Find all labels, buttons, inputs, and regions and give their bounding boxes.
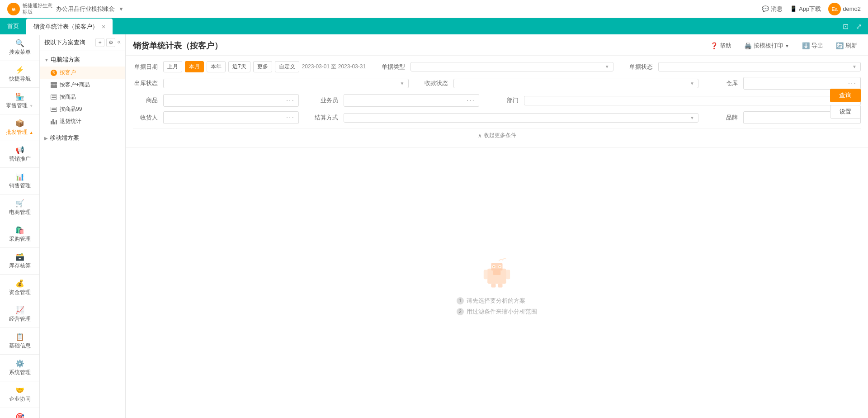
sidebar-item-quick-nav[interactable]: ⚡ 快捷导航 (0, 61, 39, 88)
svg-rect-9 (484, 270, 487, 279)
warehouse-input[interactable]: ··· (743, 77, 861, 90)
scheme-item-by-customer[interactable]: 客 按客户 (40, 66, 125, 79)
date-last7-btn[interactable]: 近7天 (228, 61, 250, 72)
scheme-group-mobile-header[interactable]: ▶ 移动端方案 (40, 131, 125, 145)
settings-button[interactable]: 设置 (830, 105, 861, 119)
system-dropdown[interactable]: ▼ (118, 6, 124, 12)
by-goods-icon (51, 95, 57, 100)
date-custom-btn[interactable]: 自定义 (275, 61, 299, 72)
svg-point-7 (499, 266, 500, 267)
sidebar-item-marketing[interactable]: 📢 营销推广 (0, 141, 39, 168)
out-status-arrow-icon: ▼ (400, 81, 405, 86)
sidebar-item-inventory[interactable]: 🗃️ 库存核算 (0, 248, 39, 275)
date-this-month-btn[interactable]: 本月 (185, 61, 204, 72)
empty-tip-2: 2 用过滤条件来缩小分析范围 (457, 308, 537, 316)
refresh-label: 刷新 (845, 42, 857, 50)
payment-status-select[interactable]: ▼ (453, 79, 699, 88)
svg-rect-11 (491, 284, 496, 287)
return-stats-label: 退货统计 (60, 118, 81, 125)
page-actions: ❓ 帮助 🖨️ 按模板打印 ▼ ⬇️ 导出 🔄 刷新 (707, 40, 861, 52)
collapse-label: 收起更多条件 (484, 132, 516, 139)
date-more-btn[interactable]: 更多 (253, 61, 272, 72)
doc-type-select[interactable]: ▼ (410, 62, 613, 71)
scheme-item-return-stats[interactable]: 退货统计 (40, 115, 125, 128)
doc-status-label: 单据状态 (628, 63, 653, 71)
sales-icon: 📊 (3, 172, 37, 181)
tab-home-label: 首页 (7, 22, 19, 30)
tab-sales-stats[interactable]: 销货单统计表（按客户） × (26, 19, 113, 35)
app-download-icon: 📱 (790, 5, 797, 12)
sidebar-item-retail[interactable]: 🏪 零售管理 ▼ (0, 88, 39, 114)
main-layout: 🔍 搜索菜单 ⚡ 快捷导航 🏪 零售管理 ▼ 📦 批发管理 ▲ 📢 营销推广 📊… (0, 34, 868, 418)
help-icon: ❓ (710, 42, 718, 49)
goods-input[interactable]: ··· (163, 94, 299, 107)
sidebar-item-business[interactable]: 📈 经营管理 (0, 301, 39, 328)
brand-label: 品牌 (713, 114, 738, 122)
button-group: 查询 设置 (830, 89, 861, 119)
system-title: 办公用品行业模拟账套 (56, 5, 115, 13)
finance-icon: 💰 (3, 279, 37, 288)
by-goods99-icon (51, 107, 57, 112)
sidebar-item-finance[interactable]: 💰 资金管理 (0, 275, 39, 301)
sidebar-item-guide[interactable]: 🎯 新手引导 (0, 408, 39, 418)
sidebar-item-ecommerce[interactable]: 🛒 电商管理 (0, 195, 39, 221)
sidebar-item-basic-info[interactable]: 📋 基础信息 (0, 328, 39, 355)
pc-group-label: 电脑端方案 (51, 56, 80, 64)
salesman-input[interactable]: ··· (344, 94, 479, 107)
sidebar-item-wholesale[interactable]: 📦 批发管理 ▲ (0, 114, 39, 141)
export-label: 导出 (811, 42, 823, 50)
sidebar-search-label: 搜索菜单 (9, 49, 31, 55)
app-download-action[interactable]: 📱 App下载 (790, 5, 821, 13)
sidebar-item-search[interactable]: 🔍 搜索菜单 (0, 34, 39, 61)
dept-select[interactable]: ▼ (524, 96, 861, 105)
by-goods-label: 按商品 (60, 93, 76, 101)
collab-icon: 🤝 (3, 386, 37, 394)
tab-actions: ⊡ ⤢ (840, 21, 868, 32)
scheme-settings-button[interactable]: ⚙ (106, 38, 115, 47)
add-scheme-button[interactable]: + (95, 38, 104, 47)
salesman-ellipsis-icon: ··· (467, 96, 475, 104)
user-menu[interactable]: Ea demo2 (828, 3, 861, 15)
scheme-item-by-goods[interactable]: 按商品 (40, 91, 125, 103)
tab-maximize-button[interactable]: ⤢ (853, 21, 864, 32)
tab-restore-button[interactable]: ⊡ (840, 21, 851, 32)
date-this-year-btn[interactable]: 本年 (207, 61, 226, 72)
settlement-select[interactable]: ▼ (344, 113, 698, 123)
purchase-icon: 🛍️ (3, 226, 37, 234)
sidebar-item-system[interactable]: ⚙️ 系统管理 (0, 355, 39, 381)
scheme-item-customer-goods[interactable]: 按客户+商品 (40, 79, 125, 91)
help-button[interactable]: ❓ 帮助 (707, 40, 735, 52)
scheme-item-by-goods99[interactable]: 按商品99 (40, 103, 125, 115)
empty-state: 1 请先选择要分析的方案 2 用过滤条件来缩小分析范围 (126, 148, 868, 418)
out-status-select[interactable]: ▼ (163, 79, 409, 88)
wholesale-icon: 📦 (3, 119, 37, 128)
message-action[interactable]: 💬 消息 (762, 5, 783, 13)
scheme-group-pc-header[interactable]: ▼ 电脑端方案 (40, 53, 125, 66)
panel-collapse-button[interactable]: « (117, 38, 121, 47)
sidebar-basic-info-label: 基础信息 (9, 342, 31, 349)
left-panel-actions: + ⚙ « (95, 38, 121, 47)
refresh-icon: 🔄 (836, 42, 844, 49)
collapse-filter-button[interactable]: ∧ 收起更多条件 (133, 128, 861, 142)
export-button[interactable]: ⬇️ 导出 (798, 40, 827, 52)
sidebar-item-purchase[interactable]: 🛍️ 采购管理 (0, 221, 39, 248)
doc-status-select[interactable]: ▼ (658, 62, 861, 71)
tab-home[interactable]: 首页 (0, 18, 26, 34)
print-button[interactable]: 🖨️ 按模板打印 ▼ (741, 40, 793, 52)
date-last-month-btn[interactable]: 上月 (163, 61, 182, 72)
by-goods99-label: 按商品99 (60, 105, 82, 113)
tab-close-button[interactable]: × (102, 23, 105, 30)
receiver-input[interactable]: ··· (163, 111, 299, 124)
sidebar-item-collab[interactable]: 🤝 企业协同 (0, 381, 39, 408)
empty-tip-1: 1 请先选择要分析的方案 (457, 297, 537, 305)
date-label: 单据日期 (133, 63, 158, 71)
wholesale-expand-icon: ▲ (29, 130, 33, 135)
left-panel: 按以下方案查询 + ⚙ « ▼ 电脑端方案 客 按客户 (40, 34, 126, 418)
sidebar-item-sales[interactable]: 📊 销售管理 (0, 168, 39, 195)
sidebar-retail-label: 零售管理 (6, 102, 28, 109)
business-icon: 📈 (3, 306, 37, 314)
warehouse-label: 仓库 (713, 79, 738, 87)
query-button[interactable]: 查询 (830, 89, 861, 102)
refresh-button[interactable]: 🔄 刷新 (832, 40, 861, 52)
quick-nav-icon: ⚡ (3, 66, 37, 74)
